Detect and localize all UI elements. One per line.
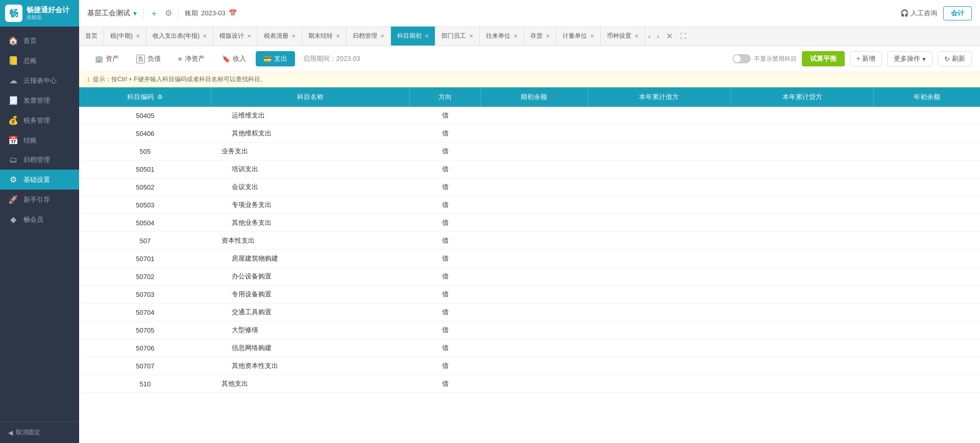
- table-row[interactable]: 50703 专用设备购置 借: [79, 286, 980, 304]
- tab-close-icon[interactable]: ✕: [469, 33, 473, 39]
- cell-initial-balance: [481, 107, 588, 125]
- sidebar-item-tax[interactable]: 💰 税务管理: [0, 110, 79, 130]
- table-row[interactable]: 50501 培训支出 借: [79, 160, 980, 178]
- tab-close-icon[interactable]: ✕: [634, 33, 639, 39]
- tab-close-icon[interactable]: ✕: [546, 33, 550, 39]
- tab-archive[interactable]: 归档管理 ✕: [347, 27, 391, 45]
- tabs-prev-button[interactable]: ‹: [645, 27, 654, 45]
- filter-tab-asset[interactable]: 🏢 资产: [87, 51, 127, 66]
- tab-close-icon[interactable]: ✕: [136, 33, 140, 39]
- help-button[interactable]: 🎧 人工咨询: [900, 9, 937, 18]
- tab-subject-initial[interactable]: 科目期初 ✕: [391, 27, 435, 45]
- sidebar-item-invoice[interactable]: 🧾 发票管理: [0, 90, 79, 110]
- filter-tab-label: 收入: [233, 54, 246, 63]
- table-row[interactable]: 50707 其他资本性支出 借: [79, 357, 980, 375]
- tab-unit[interactable]: 计量单位 ✕: [556, 27, 601, 45]
- tab-home[interactable]: 首页: [79, 27, 104, 45]
- tab-close-icon[interactable]: ✕: [247, 33, 251, 39]
- refresh-button[interactable]: ↻ 刷新: [938, 51, 972, 66]
- tab-label: 部门员工: [442, 32, 466, 40]
- filter-tab-net-asset[interactable]: ≡ 净资产: [170, 51, 212, 66]
- table-row[interactable]: 50705 大型修缮 借: [79, 321, 980, 339]
- tab-period-end[interactable]: 期末结转 ✕: [302, 27, 347, 45]
- cell-year-start: [874, 375, 980, 393]
- tab-counterpart[interactable]: 往来单位 ✕: [480, 27, 524, 45]
- tabs-close-all-button[interactable]: ✕: [662, 27, 677, 45]
- tab-template[interactable]: 模版设计 ✕: [213, 27, 258, 45]
- expense-icon: 💳: [263, 55, 272, 63]
- tab-close-icon[interactable]: ✕: [425, 33, 429, 39]
- table-row[interactable]: 50503 专项业务支出 借: [79, 196, 980, 214]
- sidebar-item-close[interactable]: 📅 结账: [0, 130, 79, 150]
- tab-dept[interactable]: 部门员工 ✕: [435, 27, 480, 45]
- sidebar-item-reports[interactable]: ☁ 云报表中心: [0, 71, 79, 90]
- tabs-next-button[interactable]: ›: [654, 27, 663, 45]
- table-row[interactable]: 505 业务支出 借: [79, 143, 980, 160]
- tab-inventory[interactable]: 存货 ✕: [524, 27, 556, 45]
- user-role-button[interactable]: 会计: [943, 6, 972, 20]
- tips-bar: ℹ 提示：按Ctrl + F键并输入科目编码或者科目名称可以查找科目。: [79, 72, 980, 87]
- cell-ytd-credit: [731, 250, 874, 268]
- sidebar-item-ledger[interactable]: 📒 总账: [0, 51, 79, 71]
- table-row[interactable]: 50502 会议支出 借: [79, 178, 980, 196]
- sidebar-item-settings[interactable]: ⚙ 基础设置: [0, 170, 79, 190]
- sidebar-item-home[interactable]: 🏠 首页: [0, 31, 79, 51]
- add-company-button[interactable]: ＋: [150, 7, 159, 19]
- company-selector[interactable]: 基层工会测试 ▾: [87, 9, 137, 18]
- filter-tab-expense[interactable]: 💳 支出: [256, 51, 295, 66]
- tabs-expand-button[interactable]: ⛶: [677, 27, 690, 45]
- col-header-dir: 方向: [410, 87, 481, 107]
- cell-initial-balance: [481, 160, 588, 178]
- cell-ytd-credit: [731, 268, 874, 286]
- table-row[interactable]: 510 其他支出 借: [79, 375, 980, 393]
- table-row[interactable]: 507 资本性支出 借: [79, 232, 980, 250]
- cell-initial-balance: [481, 232, 588, 250]
- filter-tab-label: 负债: [148, 54, 161, 63]
- sidebar-item-guide[interactable]: 🚀 新手引导: [0, 190, 79, 209]
- cell-code: 50501: [79, 160, 211, 178]
- company-settings-button[interactable]: ⚙: [165, 8, 172, 18]
- table-row[interactable]: 50706 信息网络购建 借: [79, 339, 980, 357]
- cell-code: 507: [79, 232, 211, 250]
- col-header-initial: 期初余额: [481, 87, 588, 107]
- filter-tab-income[interactable]: 🔖 收入: [214, 51, 254, 66]
- col-settings-icon[interactable]: ⚙: [157, 94, 163, 101]
- sidebar-item-archive[interactable]: 🗂 归档管理: [0, 150, 79, 170]
- cell-name: 培训支出: [211, 160, 410, 178]
- tab-close-icon[interactable]: ✕: [336, 33, 340, 39]
- table-row[interactable]: 50701 房屋建筑物购建 借: [79, 250, 980, 268]
- tab-close-icon[interactable]: ✕: [380, 33, 384, 39]
- add-button[interactable]: + 新增: [850, 51, 882, 66]
- archive-icon: 🗂: [8, 155, 18, 165]
- cell-year-start: [874, 286, 980, 304]
- sidebar-item-label: 首页: [23, 36, 37, 45]
- tab-close-icon[interactable]: ✕: [513, 33, 518, 39]
- tab-close-icon[interactable]: ✕: [590, 33, 594, 39]
- table-row[interactable]: 50704 交通工具购置 借: [79, 304, 980, 321]
- tab-currency[interactable]: 币种设置 ✕: [601, 27, 645, 45]
- table-row[interactable]: 50504 其他业务支出 借: [79, 214, 980, 232]
- sidebar-item-member[interactable]: ◆ 畅会员: [0, 209, 79, 229]
- table-row[interactable]: 50702 办公设备购置 借: [79, 268, 980, 286]
- filter-tab-liability[interactable]: 负 负债: [129, 51, 168, 66]
- cell-ytd-credit: [731, 214, 874, 232]
- cell-dir: 借: [410, 268, 481, 286]
- tab-income-report[interactable]: 收入支出表(年报) ✕: [146, 27, 213, 45]
- cancel-fixed-button[interactable]: ◀ 取消固定: [0, 422, 79, 443]
- tab-close-icon[interactable]: ✕: [291, 33, 296, 39]
- calendar-icon[interactable]: 📅: [229, 9, 237, 17]
- table-row[interactable]: 50405 运维维支出 借: [79, 107, 980, 125]
- member-icon: ◆: [8, 215, 18, 224]
- tab-close-icon[interactable]: ✕: [203, 33, 207, 39]
- tab-tax-book[interactable]: 税表清册 ✕: [258, 27, 302, 45]
- tab-tax-mid[interactable]: 税(中期) ✕: [104, 27, 146, 45]
- calculate-balance-button[interactable]: 试算平衡: [802, 51, 845, 66]
- topbar: 基层工会测试 ▾ ＋ ⚙ 账期 2023-03 📅 🎧 人工咨询 会计: [79, 0, 980, 27]
- cell-ytd-credit: [731, 357, 874, 375]
- disable-toggle[interactable]: [732, 54, 751, 63]
- asset-icon: 🏢: [95, 55, 103, 63]
- table-row[interactable]: 50406 其他维权支出 借: [79, 125, 980, 143]
- cell-code: 505: [79, 143, 211, 160]
- more-actions-button[interactable]: 更多操作 ▾: [887, 51, 933, 66]
- cell-ytd-credit: [731, 196, 874, 214]
